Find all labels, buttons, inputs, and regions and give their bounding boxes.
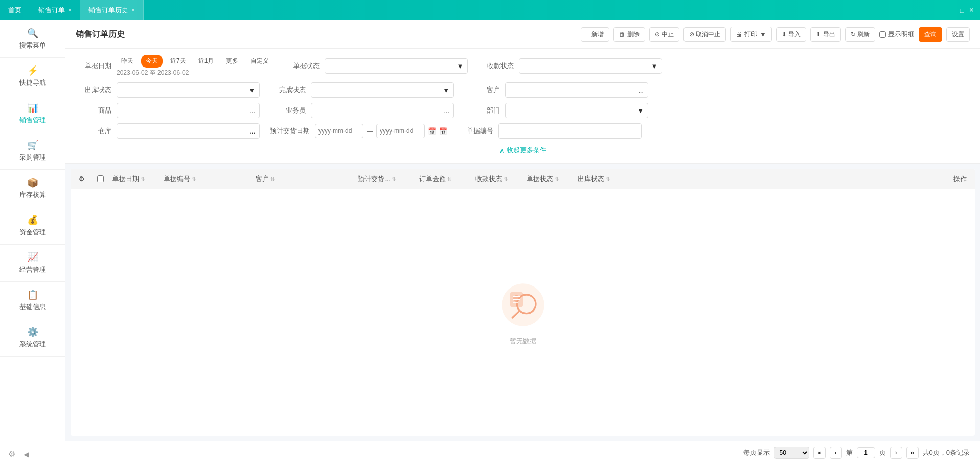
complete-status-select[interactable]: ▼ <box>311 82 454 98</box>
date-btn-1month[interactable]: 近1月 <box>194 55 219 68</box>
th-date-label: 单据日期 <box>112 174 139 184</box>
page-title: 销售订单历史 <box>76 29 125 40</box>
th-amount-label: 订单金额 <box>419 174 446 184</box>
th-order-status-label: 单据状态 <box>527 174 553 184</box>
warehouse-label: 仓库 <box>76 126 117 136</box>
sidebar-item-system[interactable]: ⚙️ 系统管理 <box>0 319 65 357</box>
filter-row-status: 出库状态 ▼ 完成状态 ▼ 客户 <box>76 82 970 98</box>
salesperson-control: ... <box>311 103 454 118</box>
th-customer[interactable]: 客户 ⇅ <box>252 174 354 184</box>
collapse-row[interactable]: ∧ 收起更多条件 <box>76 144 970 157</box>
first-page-button[interactable]: « <box>813 447 826 459</box>
tab-sales-order-history[interactable]: 销售订单历史 × <box>80 0 144 20</box>
sales-icon: 📊 <box>27 102 38 114</box>
warehouse-select[interactable]: ... <box>117 123 260 139</box>
delivery-date-separator: — <box>367 127 373 135</box>
sidebar-item-inventory[interactable]: 📦 库存核算 <box>0 170 65 207</box>
th-settings[interactable]: ⚙ <box>75 175 93 183</box>
doc-status-arrow-icon: ▼ <box>457 62 464 70</box>
pay-status-label: 收款状态 <box>478 61 519 71</box>
sidebar-item-purchase[interactable]: 🛒 采购管理 <box>0 132 65 170</box>
th-checkbox[interactable] <box>93 175 108 182</box>
th-date[interactable]: 单据日期 ⇅ <box>108 174 159 184</box>
settings-button[interactable]: 设置 <box>946 27 970 42</box>
doc-status-label: 单据状态 <box>284 61 325 71</box>
sidebar-item-basic-info[interactable]: 📋 基础信息 <box>0 282 65 319</box>
sidebar-item-quick-nav[interactable]: ⚡ 快捷导航 <box>0 58 65 95</box>
quick-nav-icon: ⚡ <box>27 65 38 76</box>
date-btn-custom[interactable]: 自定义 <box>246 55 274 68</box>
sidebar-item-sales[interactable]: 📊 销售管理 <box>0 95 65 132</box>
per-page-select[interactable]: 10 20 50 100 <box>774 447 809 459</box>
tab-sales-order-close[interactable]: × <box>68 7 72 14</box>
delete-button[interactable]: 🗑 删除 <box>613 27 645 42</box>
th-no[interactable]: 单据编号 ⇅ <box>159 174 252 184</box>
export-button[interactable]: ⬆ 导出 <box>810 27 840 42</box>
display-detail-checkbox[interactable] <box>879 31 886 38</box>
tab-home[interactable]: 首页 <box>0 0 30 20</box>
content-area: 销售订单历史 + 新增 🗑 删除 ⊘ 中止 ⊘ 取消中止 🖨 打印 ▼ ⬇ 导入… <box>65 20 980 464</box>
cancel-stop-button[interactable]: ⊘ 取消中止 <box>683 27 726 42</box>
sidebar-item-sales-label: 销售管理 <box>19 116 46 125</box>
doc-status-select[interactable]: ▼ <box>325 58 468 74</box>
tab-sales-order-history-close[interactable]: × <box>131 7 135 14</box>
window-close-btn[interactable]: × <box>969 6 974 15</box>
display-detail-label: 显示明细 <box>888 30 915 39</box>
sidebar-item-search[interactable]: 🔍 搜索菜单 <box>0 20 65 58</box>
stock-out-status-select[interactable]: ▼ <box>117 82 260 98</box>
th-pay-status[interactable]: 收款状态 ⇅ <box>471 174 522 184</box>
query-button[interactable]: 查询 <box>919 27 942 42</box>
pay-status-arrow-icon: ▼ <box>651 62 658 70</box>
department-label: 部门 <box>464 106 505 115</box>
settings-col-icon: ⚙ <box>79 175 85 183</box>
stop-button[interactable]: ⊘ 中止 <box>649 27 679 42</box>
warehouse-control: ... <box>117 123 260 139</box>
goods-select[interactable]: ... <box>117 103 260 118</box>
filter-area: 单据日期 昨天 今天 近7天 近1月 更多 自定义 2023-06-02 至 2… <box>65 49 980 164</box>
next-page-button[interactable]: › <box>890 447 902 459</box>
basic-info-icon: 📋 <box>27 289 38 300</box>
empty-icon <box>497 279 549 330</box>
calendar-to-icon[interactable]: 📅 <box>439 127 447 135</box>
sidebar-item-operations[interactable]: 📈 经营管理 <box>0 245 65 282</box>
window-maximize-btn[interactable]: □ <box>960 7 964 14</box>
pay-status-select[interactable]: ▼ <box>519 58 662 74</box>
print-button[interactable]: 🖨 打印 ▼ <box>730 27 772 42</box>
date-btn-more[interactable]: 更多 <box>221 55 243 68</box>
th-delivery[interactable]: 预计交货... ⇅ <box>354 174 415 184</box>
date-btn-today[interactable]: 今天 <box>141 55 163 68</box>
doc-no-input[interactable] <box>498 123 642 139</box>
current-page-input[interactable]: 1 <box>857 447 875 458</box>
customer-select[interactable]: ... <box>505 82 648 98</box>
th-amount[interactable]: 订单金额 ⇅ <box>415 174 471 184</box>
th-order-status[interactable]: 单据状态 ⇅ <box>522 174 574 184</box>
salesperson-select[interactable]: ... <box>311 103 454 118</box>
page-prefix-label: 第 <box>846 448 853 457</box>
window-minimize-btn[interactable]: — <box>948 7 955 14</box>
print-arrow-icon: ▼ <box>760 31 766 38</box>
prev-page-button[interactable]: ‹ <box>830 447 842 459</box>
sidebar-settings-icon[interactable]: ⚙ <box>8 449 15 459</box>
page-header: 销售订单历史 + 新增 🗑 删除 ⊘ 中止 ⊘ 取消中止 🖨 打印 ▼ ⬇ 导入… <box>65 20 980 49</box>
stock-out-status-control: ▼ <box>117 82 260 98</box>
department-select[interactable]: ▼ <box>505 103 648 118</box>
select-all-checkbox[interactable] <box>97 175 104 182</box>
empty-text: 暂无数据 <box>510 337 536 346</box>
department-control: ▼ <box>505 103 648 118</box>
date-btn-yesterday[interactable]: 昨天 <box>117 55 138 68</box>
calendar-from-icon[interactable]: 📅 <box>428 127 436 135</box>
sidebar-item-finance[interactable]: 💰 资金管理 <box>0 207 65 245</box>
sidebar-collapse-icon[interactable]: ◀ <box>24 450 29 458</box>
last-page-button[interactable]: » <box>906 447 919 459</box>
delivery-date-to-input[interactable] <box>376 124 425 138</box>
th-pay-status-label: 收款状态 <box>475 174 502 184</box>
display-detail-checkbox-label[interactable]: 显示明细 <box>879 30 915 39</box>
new-button[interactable]: + 新增 <box>581 27 609 42</box>
delivery-date-from-input[interactable] <box>315 124 363 138</box>
th-stock-status[interactable]: 出库状态 ⇅ <box>574 174 630 184</box>
tab-sales-order[interactable]: 销售订单 × <box>30 0 80 20</box>
refresh-button[interactable]: ↻ 刷新 <box>845 27 875 42</box>
date-btn-7days[interactable]: 近7天 <box>166 55 191 68</box>
import-button[interactable]: ⬇ 导入 <box>776 27 806 42</box>
doc-date-label: 单据日期 <box>76 61 117 71</box>
